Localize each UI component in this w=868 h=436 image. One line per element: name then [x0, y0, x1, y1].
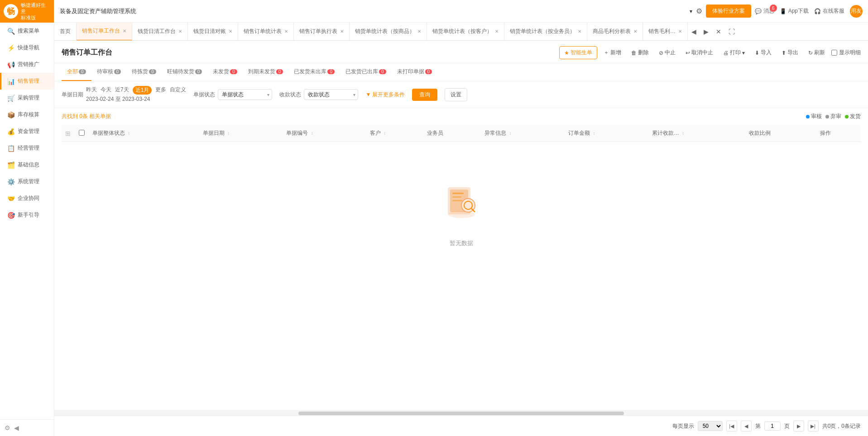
date-link-今天[interactable]: 今天: [101, 86, 111, 95]
sidebar-item-6[interactable]: 💰资金管理: [0, 123, 54, 140]
date-link-自定义[interactable]: 自定义: [170, 86, 186, 95]
tab-4[interactable]: 销售订单统计表✕: [238, 23, 294, 41]
nav-label: 搜索菜单: [18, 27, 39, 35]
audit-btn[interactable]: 审核: [806, 113, 822, 120]
industry-btn[interactable]: 体验行业方案: [706, 5, 751, 18]
app-download-btn[interactable]: 📱 App下载: [780, 7, 809, 15]
filter-tab-3[interactable]: 旺铺待发货0: [162, 63, 208, 81]
tab-2[interactable]: 钱货日清工作台✕: [132, 23, 188, 41]
show-detail-label[interactable]: 显示明细: [831, 49, 861, 57]
tab-close-icon[interactable]: ✕: [178, 29, 182, 34]
tab-prev-btn[interactable]: ◀: [688, 23, 700, 41]
delete-icon: 🗑: [631, 50, 637, 56]
filter-settings-btn[interactable]: 设置: [445, 88, 467, 101]
tab-6[interactable]: 销货单统计表（按商品）✕: [350, 23, 427, 41]
th-checkbox[interactable]: [75, 125, 89, 142]
filter-tab-4[interactable]: 未发货0: [207, 63, 243, 81]
ship-btn[interactable]: 发货: [845, 113, 861, 120]
tab-next-btn[interactable]: ▶: [700, 23, 712, 41]
tab-7[interactable]: 销货单统计表（按客户）✕: [427, 23, 504, 41]
date-link-近1月[interactable]: 近1月: [133, 86, 152, 95]
sidebar-item-11[interactable]: 🎯新手引导: [0, 207, 54, 223]
filter-tab-1[interactable]: 待审核0: [91, 63, 127, 81]
sidebar-item-1[interactable]: ⚡快捷导航: [0, 39, 54, 56]
topbar-gear-icon[interactable]: ⚙: [696, 7, 702, 15]
last-page-btn[interactable]: ▶|: [808, 421, 819, 431]
date-link-昨天[interactable]: 昨天: [86, 86, 97, 95]
date-link-近7天[interactable]: 近7天: [115, 86, 129, 95]
th-date: 单据日期 ↕: [199, 125, 283, 142]
tab-close-icon[interactable]: ✕: [495, 29, 499, 34]
tab-5[interactable]: 销售订单执行表✕: [294, 23, 350, 41]
status-select[interactable]: 单据状态: [218, 89, 272, 100]
sidebar-item-2[interactable]: 📢营销推广: [0, 56, 54, 73]
tab-close-icon[interactable]: ✕: [229, 29, 232, 34]
tab-3[interactable]: 钱货日清对账✕: [188, 23, 238, 41]
tab-1[interactable]: 销售订单工作台✕: [77, 23, 132, 41]
first-page-btn[interactable]: |◀: [726, 421, 737, 431]
sidebar-item-10[interactable]: 🤝企业协同: [0, 190, 54, 207]
sidebar-item-8[interactable]: 🗂️基础信息: [0, 156, 54, 173]
page-input[interactable]: [764, 422, 781, 431]
sidebar-item-4[interactable]: 🛒采购管理: [0, 90, 54, 106]
filter-tab-6[interactable]: 已发货未出库0: [288, 63, 340, 81]
tab-close-icon[interactable]: ✕: [678, 29, 682, 34]
smart-btn[interactable]: ★ 智能生单: [559, 46, 597, 59]
import-btn[interactable]: ⬇ 导入: [751, 47, 775, 59]
next-page-btn[interactable]: ▶: [793, 421, 804, 431]
tab-9[interactable]: 商品毛利分析表✕: [587, 23, 643, 41]
tab-close-all-btn[interactable]: ✕: [712, 23, 725, 41]
delete-btn[interactable]: 🗑 删除: [628, 47, 652, 59]
tab-close-icon[interactable]: ✕: [578, 29, 581, 34]
nav-icon: 🎯: [7, 212, 15, 219]
tab-close-icon[interactable]: ✕: [284, 29, 288, 34]
filter-tab-5[interactable]: 到期未发货0: [243, 63, 289, 81]
scrollbar-area[interactable]: [54, 410, 868, 416]
tab-8[interactable]: 销货单统计表（按业务员）✕: [504, 23, 587, 41]
sidebar-item-9[interactable]: ⚙️系统管理: [0, 173, 54, 190]
sidebar-item-0[interactable]: 🔍搜索菜单: [0, 23, 54, 39]
tab-10[interactable]: 销售毛利…✕: [643, 23, 688, 41]
collapse-icon[interactable]: ◀: [14, 424, 19, 431]
prev-page-btn[interactable]: ◀: [741, 421, 752, 431]
per-page-select[interactable]: 50 10 20 100: [698, 421, 723, 431]
tab-maximize-btn[interactable]: ⛶: [725, 23, 739, 41]
tab-close-icon[interactable]: ✕: [633, 29, 637, 34]
tab-label: 销货单统计表（按客户）: [432, 28, 492, 35]
empty-text: 暂无数据: [450, 239, 473, 247]
tab-close-icon[interactable]: ✕: [123, 28, 126, 33]
abandon-audit-btn[interactable]: 弃审: [825, 113, 841, 120]
print-btn[interactable]: 🖨 打印 ▾: [719, 47, 748, 59]
refresh-btn[interactable]: ↻ 刷新: [805, 47, 829, 59]
tab-close-icon[interactable]: ✕: [340, 29, 344, 34]
message-btn[interactable]: 💬 消息 6: [755, 7, 774, 15]
filter-tab-7[interactable]: 已发货已出库0: [340, 63, 392, 81]
filter-tab-2[interactable]: 待拣货0: [126, 63, 162, 81]
user-avatar[interactable]: 用友: [850, 5, 863, 18]
system-dropdown[interactable]: ▾: [690, 8, 692, 14]
tab-close-icon[interactable]: ✕: [417, 29, 421, 34]
th-drag: ⊞: [62, 125, 75, 142]
nav-label: 快捷导航: [18, 44, 39, 52]
sidebar-item-5[interactable]: 📦库存核算: [0, 106, 54, 123]
date-quick-links: 昨天今天近7天近1月更多自定义 2023-02-24 至 2023-03-24: [86, 86, 186, 103]
payment-select[interactable]: 收款状态: [304, 89, 358, 100]
cancel-stop-btn[interactable]: ↩ 取消中止: [682, 47, 717, 59]
nav-label: 企业协同: [18, 194, 39, 202]
settings-icon[interactable]: ⚙: [5, 424, 10, 431]
filter-tab-8[interactable]: 未打印单据0: [392, 63, 438, 81]
online-service-btn[interactable]: 🎧 在线客服: [814, 7, 844, 15]
date-link-更多[interactable]: 更多: [155, 86, 166, 95]
add-btn[interactable]: ＋ 新增: [600, 47, 625, 59]
tab-0[interactable]: 首页: [54, 23, 77, 41]
query-btn[interactable]: 查询: [412, 89, 437, 101]
expand-btn[interactable]: ▼ 展开更多条件: [365, 91, 405, 99]
select-all-checkbox[interactable]: [79, 130, 85, 136]
sidebar-item-7[interactable]: 📋经营管理: [0, 140, 54, 156]
filter-tab-0[interactable]: 全部0: [62, 63, 91, 81]
show-detail-checkbox[interactable]: [831, 50, 837, 56]
export-btn[interactable]: ⬆ 导出: [778, 47, 802, 59]
nav-label: 营销推广: [18, 61, 39, 68]
stop-btn[interactable]: ⊘ 中止: [655, 47, 679, 59]
sidebar-item-3[interactable]: 📊销售管理: [0, 73, 54, 90]
